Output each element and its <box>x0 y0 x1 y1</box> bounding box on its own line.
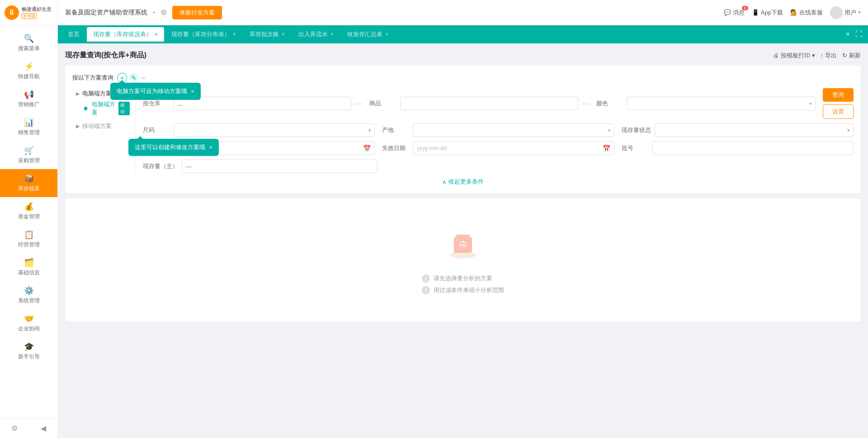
tab-close-inventory-dist[interactable]: × <box>233 32 236 37</box>
tabs-bar: 首页 现存量（库存状况表） × 现存量（库存分布表） × 库存批次账 × 出入库… <box>58 25 868 43</box>
filter-collapse-row[interactable]: ∧ 收起更多条件 <box>72 178 854 186</box>
sidebar-item-basic[interactable]: 🗂️ 基础信息 <box>0 253 57 281</box>
tab-inventory-batch[interactable]: 库存批次账 × <box>243 27 291 42</box>
close-all-tabs-icon[interactable]: × <box>844 28 852 40</box>
topbar-left: 装备及固定资产辅助管理系统 ▾ ⚙ 体验行业方案 <box>65 6 222 19</box>
desktop-tree-arrow: ▶ <box>76 91 80 97</box>
inventory-icon: 📦 <box>24 174 34 184</box>
scheme-popup: 电脑方案可设为移动方案哦 × <box>110 83 201 100</box>
scheme-tree-mobile[interactable]: ▶ 移动端方案 <box>76 121 130 132</box>
sidebar-item-marketing[interactable]: 📢 营销推广 <box>0 85 57 113</box>
collapse-up-icon: ∧ <box>442 179 447 185</box>
page-actions: 🖨 按模板打印 ▾ ↑ 导出 ↻ 刷新 <box>773 52 861 60</box>
svg-rect-2 <box>456 235 470 237</box>
sidebar-nav: 🔍 搜索菜单 ⚡ 快捷导航 📢 营销推广 📊 销售管理 🛒 采购管理 📦 库存核… <box>0 25 57 418</box>
tooltip-popup: 这里可以创建和修改方案哦 × <box>128 139 219 156</box>
sidebar-item-enterprise[interactable]: 🤝 企业协同 <box>0 309 57 337</box>
tab-close-recv-summary[interactable]: × <box>385 32 388 37</box>
message-item[interactable]: 💬 消息 6 <box>724 9 745 17</box>
sidebar-item-purchase[interactable]: 🛒 采购管理 <box>0 141 57 169</box>
system-name-chevron-icon[interactable]: ▾ <box>153 10 155 15</box>
topbar-settings-icon[interactable]: ⚙ <box>160 8 167 17</box>
settings-footer-icon[interactable]: ⚙ <box>11 424 18 433</box>
batch-field: 批号 <box>622 141 854 155</box>
scheme-item-desktop1[interactable]: 电脑端方案 移动 <box>84 99 130 118</box>
user-chevron-icon: ▾ <box>858 9 861 15</box>
sidebar-item-quick-nav[interactable]: ⚡ 快捷导航 <box>0 57 57 85</box>
tab-in-out-flow[interactable]: 出入库流水 × <box>292 27 340 42</box>
origin-field: 产地 ▾ <box>382 123 614 137</box>
download-icon: 📱 <box>752 9 759 16</box>
goods-input[interactable] <box>400 97 578 110</box>
enterprise-icon: 🤝 <box>24 314 34 324</box>
trial-btn[interactable]: 体验行业方案 <box>172 6 222 19</box>
size-label: 尺码 <box>143 126 170 134</box>
tab-inventory-dist[interactable]: 现存量（库存分布表） × <box>165 27 242 42</box>
sales-icon: 📊 <box>24 118 34 127</box>
tab-close-inventory-status[interactable]: × <box>155 32 158 37</box>
export-btn[interactable]: ↑ 导出 <box>821 52 837 60</box>
support-icon: 💁 <box>790 9 797 16</box>
svg-point-5 <box>463 243 465 245</box>
app-download-item[interactable]: 📱 App下载 <box>752 9 783 17</box>
refresh-icon: ↻ <box>842 52 847 59</box>
sidebar-item-system[interactable]: ⚙️ 系统管理 <box>0 281 57 309</box>
sidebar-item-finance[interactable]: 💰 资金管理 <box>0 197 57 225</box>
scheme-column: ▶ 电脑端方案 电脑端方案 移动 ▶ <box>72 88 136 173</box>
stock-amount-input[interactable] <box>182 160 377 173</box>
tab-recv-summary[interactable]: 收发存汇总表 × <box>341 27 395 42</box>
filter-edit-icon[interactable]: ✎ <box>129 73 139 83</box>
color-select[interactable] <box>627 97 816 110</box>
tooltip-popup-close[interactable]: × <box>209 144 212 151</box>
filter-back-icon[interactable]: ← <box>141 74 147 81</box>
color-field: 颜色 ▾ <box>596 97 816 110</box>
main-area: 装备及固定资产辅助管理系统 ▾ ⚙ 体验行业方案 💬 消息 6 📱 App下载 … <box>58 0 868 438</box>
tab-close-in-out-flow[interactable]: × <box>330 32 334 37</box>
maximize-icon[interactable]: ⛶ <box>854 28 864 40</box>
support-item[interactable]: 💁 在线客服 <box>790 9 823 17</box>
user-item[interactable]: 用户 ▾ <box>830 6 861 19</box>
tabs-actions: × ⛶ <box>844 28 864 40</box>
sidebar-item-sales[interactable]: 📊 销售管理 <box>0 113 57 141</box>
sidebar-item-guide[interactable]: 🎓 新手引导 <box>0 337 57 365</box>
print-btn[interactable]: 🖨 按模板打印 ▾ <box>773 52 815 60</box>
sidebar-item-inventory[interactable]: 📦 库存核算 <box>0 169 57 197</box>
tab-inventory-status[interactable]: 现存量（库存状况表） × <box>87 27 164 42</box>
quick-nav-icon: ⚡ <box>24 61 34 71</box>
operations-icon: 📋 <box>24 230 34 240</box>
filter-panel: 电脑方案可设为移动方案哦 × 这里可以创建和修改方案哦 × 按以下方案查询 + … <box>65 66 861 193</box>
sidebar-item-operations[interactable]: 📋 经营管理 <box>0 225 57 253</box>
export-icon: ↑ <box>821 52 824 59</box>
goods-label: 商品 <box>369 99 396 108</box>
filter-main-row: ▶ 电脑端方案 电脑端方案 移动 ▶ <box>72 88 854 173</box>
content-area: 现存量查询(按仓库+商品) 🖨 按模板打印 ▾ ↑ 导出 ↻ 刷新 <box>58 43 868 438</box>
sidebar-logo: 6 畅捷通好生意 标准版 <box>0 0 57 25</box>
tab-close-inventory-batch[interactable]: × <box>282 32 285 37</box>
collapse-sidebar-icon[interactable]: ◀ <box>41 424 46 433</box>
filter-label: 按以下方案查询 <box>72 74 113 82</box>
goods-dots-icon[interactable]: ⋯ <box>582 99 589 108</box>
reset-btn[interactable]: 设置 <box>823 104 854 119</box>
search-icon: 🔍 <box>24 33 34 43</box>
origin-select[interactable] <box>413 123 614 137</box>
batch-input[interactable] <box>652 141 854 155</box>
tab-home[interactable]: 首页 <box>61 28 86 41</box>
system-name: 装备及固定资产辅助管理系统 <box>65 9 147 17</box>
query-btn[interactable]: 查询 <box>823 88 854 102</box>
scheme-active-dot <box>84 107 87 110</box>
warehouse-input[interactable] <box>174 97 351 110</box>
stock-status-select[interactable] <box>655 123 854 137</box>
purchase-icon: 🛒 <box>24 146 34 155</box>
scheme-popup-close[interactable]: × <box>191 88 194 95</box>
warehouse-select-wrapper <box>174 97 351 110</box>
sidebar: 6 畅捷通好生意 标准版 🔍 搜索菜单 ⚡ 快捷导航 📢 营销推广 📊 销售管理… <box>0 0 58 438</box>
topbar: 装备及固定资产辅助管理系统 ▾ ⚙ 体验行业方案 💬 消息 6 📱 App下载 … <box>58 0 868 25</box>
sidebar-item-search[interactable]: 🔍 搜索菜单 <box>0 29 57 57</box>
print-icon: 🖨 <box>773 52 779 59</box>
refresh-btn[interactable]: ↻ 刷新 <box>842 52 861 60</box>
warehouse-dots-icon[interactable]: ⋯ <box>355 99 362 108</box>
size-select[interactable] <box>174 123 375 137</box>
expire-date-field: 失效日期 yyyy-mm-dd 📅 <box>382 141 614 155</box>
expire-date-input[interactable]: yyyy-mm-dd 📅 <box>413 141 614 155</box>
goods-field: 商品 ⋯ <box>369 97 589 110</box>
